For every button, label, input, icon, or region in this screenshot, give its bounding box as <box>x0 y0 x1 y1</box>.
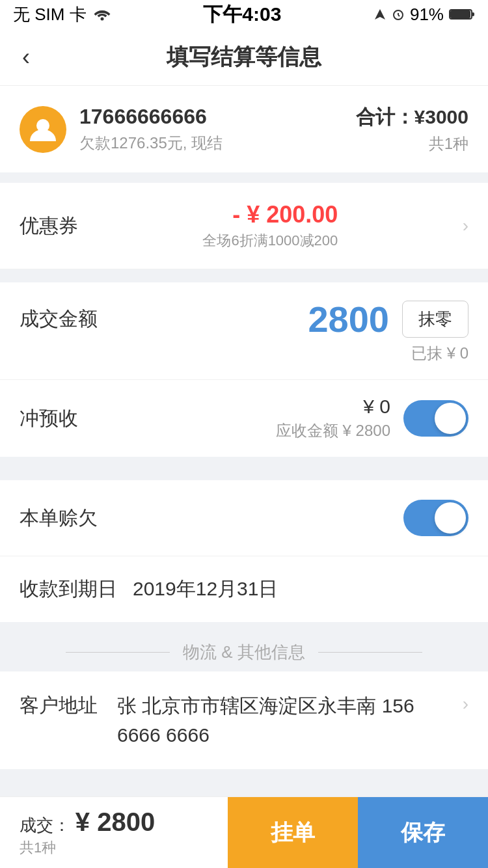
customer-info: 17666666666 欠款1276.35元, 现结 <box>79 105 223 154</box>
prepay-row: 冲预收 ¥ 0 应收金额 ¥ 2800 <box>0 379 488 457</box>
address-label: 客户地址 <box>20 692 98 719</box>
status-right: 91% <box>373 5 475 25</box>
coupon-desc: 全场6折满1000减200 <box>202 231 338 251</box>
transaction-label: 成交金额 <box>20 306 98 332</box>
svg-point-0 <box>100 18 103 21</box>
bottom-trans-label: 成交： <box>20 815 70 835</box>
status-bar: 无 SIM 卡 下午4:03 91% <box>0 0 488 29</box>
bottom-summary: 成交： ¥ 2800 共1种 <box>0 807 228 858</box>
status-left: 无 SIM 卡 <box>13 3 111 26</box>
user-avatar-icon <box>27 114 59 145</box>
total-count: 共1种 <box>356 133 468 154</box>
address-value: 张 北京市市辖区海淀区永丰南 156 6666 6666 <box>117 691 456 750</box>
svg-rect-7 <box>472 12 474 16</box>
toggle-knob <box>435 403 466 434</box>
round-button[interactable]: 抹零 <box>402 301 468 338</box>
prepay-label: 冲预收 <box>20 405 78 432</box>
total-amount: 合计：¥3000 <box>356 104 468 131</box>
avatar <box>20 106 66 153</box>
transaction-right: 2800 抹零 <box>308 298 468 340</box>
duedate-label: 收款到期日 <box>20 576 117 603</box>
prepay-right: ¥ 0 应收金额 ¥ 2800 <box>276 396 468 441</box>
prepay-sub: 应收金额 ¥ 2800 <box>276 420 390 441</box>
nav-bar: ‹ 填写结算等信息 <box>0 29 488 86</box>
debt-toggle[interactable] <box>403 500 468 536</box>
battery-icon <box>449 8 475 21</box>
logistics-divider: 物流 & 其他信息 <box>0 632 488 671</box>
svg-rect-6 <box>450 10 470 18</box>
logistics-label: 物流 & 其他信息 <box>183 641 305 664</box>
svg-marker-1 <box>375 9 385 20</box>
prepay-amount: ¥ 0 <box>276 396 390 418</box>
address-section[interactable]: 客户地址 张 北京市市辖区海淀区永丰南 156 6666 6666 › <box>0 671 488 769</box>
wifi-icon <box>93 8 111 21</box>
address-chevron-icon: › <box>463 694 468 714</box>
debt-label: 本单赊欠 <box>20 505 98 532</box>
bottom-trans-amount: ¥ 2800 <box>75 807 155 836</box>
coupon-amount: - ¥ 200.00 <box>202 201 338 228</box>
sim-label: 无 SIM 卡 <box>13 3 87 26</box>
coupon-row[interactable]: 优惠券 - ¥ 200.00 全场6折满1000减200 › <box>0 183 488 269</box>
transaction-sub: 已抹 ¥ 0 <box>20 343 468 364</box>
section-divider-1 <box>0 269 488 282</box>
transaction-section: 成交金额 2800 抹零 已抹 ¥ 0 <box>0 282 488 379</box>
debt-section: 本单赊欠 <box>0 480 488 556</box>
section-divider-2 <box>0 457 488 470</box>
coupon-label: 优惠券 <box>20 213 78 239</box>
prepay-toggle[interactable] <box>403 400 468 437</box>
page-title: 填写结算等信息 <box>167 42 321 72</box>
bottom-bar: 成交： ¥ 2800 共1种 挂单 保存 <box>0 796 488 868</box>
hang-button[interactable]: 挂单 <box>228 797 358 869</box>
customer-debt: 欠款1276.35元, 现结 <box>79 133 223 154</box>
coupon-right: - ¥ 200.00 全场6折满1000减200 <box>202 201 338 251</box>
customer-phone: 17666666666 <box>79 105 223 129</box>
coupon-chevron-icon: › <box>463 215 468 236</box>
debt-toggle-knob <box>435 502 466 534</box>
status-time: 下午4:03 <box>203 1 281 28</box>
customer-total: 合计：¥3000 共1种 <box>356 104 468 154</box>
back-button[interactable]: ‹ <box>16 37 36 77</box>
duedate-value: 2019年12月31日 <box>133 576 278 603</box>
location-icon <box>373 8 386 21</box>
save-button[interactable]: 保存 <box>358 797 488 869</box>
duedate-section: 收款到期日 2019年12月31日 <box>0 556 488 622</box>
battery-percent: 91% <box>410 5 444 25</box>
svg-line-4 <box>398 15 400 16</box>
bottom-count: 共1种 <box>20 838 208 858</box>
transaction-amount: 2800 <box>308 298 389 340</box>
alarm-icon <box>392 8 405 21</box>
customer-card: 17666666666 欠款1276.35元, 现结 合计：¥3000 共1种 <box>0 86 488 172</box>
